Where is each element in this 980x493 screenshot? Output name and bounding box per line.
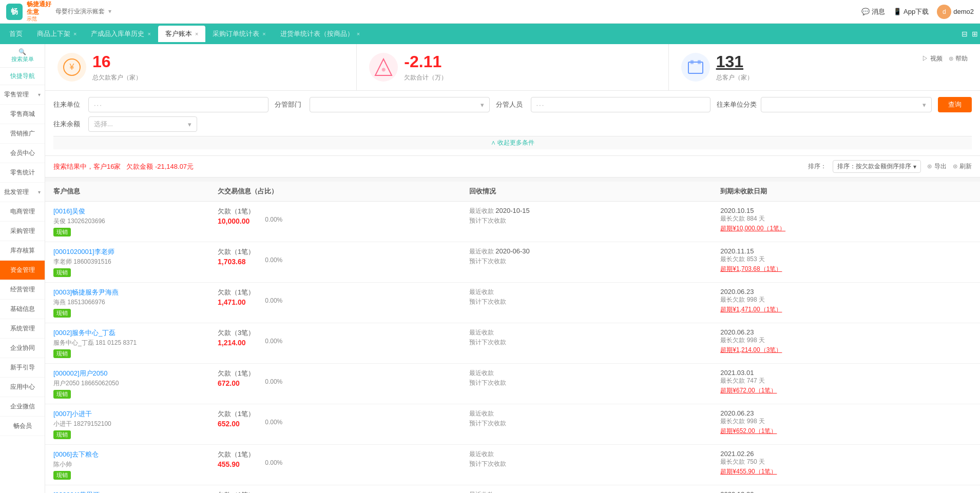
customer-name-2[interactable]: [0003]畅捷服务尹海燕 [53, 288, 218, 297]
sidebar-item-purchase-mgmt[interactable]: 采购管理 [0, 222, 45, 241]
tab-maximize-icon[interactable]: ⊞ [972, 30, 978, 38]
recovery-cell-5: 最近收款 预计下次收款 [469, 409, 721, 428]
close-icon[interactable]: × [262, 31, 265, 37]
sidebar-item-basic-info[interactable]: 基础信息 [0, 300, 45, 319]
tab-product-offline[interactable]: 商品上下架 × [30, 26, 84, 42]
unit-category-select[interactable]: ▾ [761, 97, 932, 112]
company-select[interactable]: 母婴行业演示账套 ▾ [51, 7, 861, 16]
recovery-cell-1: 最近收款 2020-06-30 预计下次收款 [469, 247, 721, 266]
sidebar-item-ecommerce[interactable]: 电商管理 [0, 202, 45, 222]
customer-name-3[interactable]: [0002]服务中心_丁磊 [53, 328, 218, 338]
close-icon[interactable]: × [357, 31, 360, 37]
sidebar-item-wechat[interactable]: 企业微信 [0, 397, 45, 417]
stats-bar: ¥ 16 总欠款客户（家） ⊕ -2.11 欠款合计（万） [45, 44, 980, 91]
balance-label: 往来余额 [53, 120, 84, 129]
source-unit-label: 往来单位 [53, 100, 84, 109]
customer-name-1[interactable]: [0001020001]李老师 [53, 247, 218, 257]
message-icon: 💬 [861, 8, 870, 15]
customer-name-6[interactable]: [0006]去下粮仓 [53, 450, 218, 459]
customer-name-7[interactable]: [000001]黄思源 [53, 490, 218, 493]
table: 客户信息 欠交易信息（占比） 回收情况 到期未收款日期 [0016]吴俊 吴俊 … [45, 182, 980, 493]
recovery-cell-7: 最近收款 预计下次收款 [469, 490, 721, 493]
tab-minimize-icon[interactable]: ⊟ [962, 30, 968, 38]
sidebar-item-member[interactable]: 会员中心 [0, 144, 45, 163]
sidebar-item-batch-mgmt[interactable]: 批发管理 ▾ [0, 183, 45, 202]
overdue-link-6[interactable]: 超期¥455.90（1笔） [720, 468, 777, 475]
chevron-down-icon: ▾ [38, 92, 41, 97]
sidebar-search[interactable]: 🔍 搜索菜单 [0, 44, 45, 68]
customer-name-5[interactable]: [0007]小进干 [53, 409, 218, 419]
col-due-date: 到期未收款日期 [720, 187, 972, 196]
chevron-down-icon: ▾ [923, 101, 926, 109]
app-download-btn[interactable]: 📱 App下载 [893, 7, 929, 16]
overdue-link-1[interactable]: 超期¥1,703.68（1笔） [720, 265, 782, 272]
tab-customer-account[interactable]: 客户账本 × [158, 26, 205, 42]
chevron-up-icon: ∧ [491, 139, 497, 146]
tab-home[interactable]: 首页 [2, 26, 30, 42]
search-button[interactable]: 查询 [938, 97, 972, 112]
filter-dept: 分管部门 ▾ [275, 97, 490, 112]
sort-select[interactable]: 排序：按欠款金额倒序排序 ▾ [833, 160, 921, 173]
sidebar-item-newbie[interactable]: 新手引导 [0, 358, 45, 378]
refresh-btn[interactable]: ⊙ 刷新 [953, 162, 972, 171]
customer-name-4[interactable]: [000002]用户2050 [53, 369, 218, 378]
user-area[interactable]: d demo2 [937, 5, 974, 19]
message-btn[interactable]: 💬 消息 [861, 7, 885, 16]
sidebar-item-enterprise[interactable]: 企业协同 [0, 339, 45, 358]
view-btn[interactable]: ▷ 视频 [922, 54, 942, 63]
sidebar-item-marketing[interactable]: 营销推广 [0, 124, 45, 144]
recovery-cell-3: 最近收款 预计下次收款 [469, 328, 721, 347]
top-right: 💬 消息 📱 App下载 d demo2 [861, 5, 974, 19]
overdue-link-2[interactable]: 超期¥1,471.00（1笔） [720, 306, 782, 313]
customer-cell-0: [0016]吴俊 吴俊 13026203696 现销 [53, 207, 218, 236]
close-icon[interactable]: × [195, 31, 198, 37]
export-btn[interactable]: ⊙ 导出 [927, 162, 946, 171]
table-row: [0006]去下粮仓 陈小帅 现销 欠款（1笔） 455.90 0.00% 最近… [45, 445, 980, 485]
recovery-cell-0: 最近收款 2020-10-15 预计下次收款 [469, 207, 721, 225]
close-icon[interactable]: × [147, 31, 150, 37]
sidebar-item-retail-mgmt[interactable]: 零售管理 ▾ [0, 85, 45, 105]
sidebar-item-operations[interactable]: 经营管理 [0, 280, 45, 300]
search-icon: 🔍 [18, 48, 26, 55]
overdue-link-5[interactable]: 超期¥652.00（1笔） [720, 427, 777, 435]
overdue-link-0[interactable]: 超期¥10,000.00（1笔） [720, 225, 785, 232]
person-input[interactable]: ··· [531, 97, 711, 112]
debt-cell-4: 欠款（1笔） 672.00 0.00% [218, 369, 469, 387]
customer-name-0[interactable]: [0016]吴俊 [53, 207, 218, 216]
close-icon[interactable]: × [73, 31, 76, 37]
stat-icon-customers: ¥ [57, 53, 86, 82]
table-row: [0003]畅捷服务尹海燕 海燕 18513066976 现销 欠款（1笔） 1… [45, 283, 980, 323]
due-cell-3: 2020.06.23 最长欠款 998 天 超期¥1,214.00（3笔） [720, 328, 972, 354]
dept-select[interactable]: ▾ [310, 97, 490, 112]
tab-purchase-stats[interactable]: 采购订单统计表 × [205, 26, 273, 42]
tab-product-history[interactable]: 产成品入库单历史 × [84, 26, 158, 42]
tab-actions: ⊟ ⊞ [962, 30, 978, 38]
sidebar-quick-nav[interactable]: 快捷导航 [0, 68, 45, 85]
due-cell-6: 2021.02.26 最长欠款 750 天 超期¥455.90（1笔） [720, 450, 972, 476]
due-cell-1: 2020.11.15 最长欠款 853 天 超期¥1,703.68（1笔） [720, 247, 972, 273]
table-row: [000002]用户2050 用户2050 18665062050 现销 欠款（… [45, 364, 980, 404]
table-row: [0001020001]李老师 李老师 18600391516 现销 欠款（1笔… [45, 242, 980, 283]
debt-cell-2: 欠款（1笔） 1,471.00 0.00% [218, 288, 469, 306]
chevron-down-icon: ▾ [38, 189, 41, 195]
unit-category-label: 往来单位分类 [717, 100, 757, 109]
sidebar-item-retail-store[interactable]: 零售商城 [0, 105, 45, 124]
overdue-link-3[interactable]: 超期¥1,214.00（3笔） [720, 346, 782, 353]
overdue-link-4[interactable]: 超期¥672.00（1笔） [720, 387, 777, 394]
collapse-row[interactable]: ∧ 收起更多条件 [53, 136, 972, 149]
tab-inbound-stats[interactable]: 进货单统计表（按商品） × [273, 26, 367, 42]
sidebar-item-app-center[interactable]: 应用中心 [0, 378, 45, 397]
help-btn[interactable]: ⊙ 帮助 [949, 54, 968, 63]
results-bar: 搜索结果中，客户16家 欠款金额 -21,148.07元 排序： 排序：按欠款金… [45, 156, 980, 178]
recovery-cell-4: 最近收款 预计下次收款 [469, 369, 721, 387]
balance-select[interactable]: 选择... ▾ [88, 116, 197, 132]
customer-cell-7: [000001]黄思源 黄思源 13552700226 现销 [53, 490, 218, 493]
sidebar-item-system[interactable]: 系统管理 [0, 319, 45, 339]
customer-info-6: 陈小帅 [53, 460, 218, 469]
sidebar-item-vip[interactable]: 畅会员 [0, 417, 45, 436]
sidebar-item-finance[interactable]: 资金管理 [0, 261, 45, 280]
sidebar-item-retail-stats[interactable]: 零售统计 [0, 163, 45, 183]
sidebar-item-inventory[interactable]: 库存核算 [0, 241, 45, 261]
source-unit-input[interactable]: ··· [88, 97, 268, 112]
debt-cell-6: 欠款（1笔） 455.90 0.00% [218, 450, 469, 468]
